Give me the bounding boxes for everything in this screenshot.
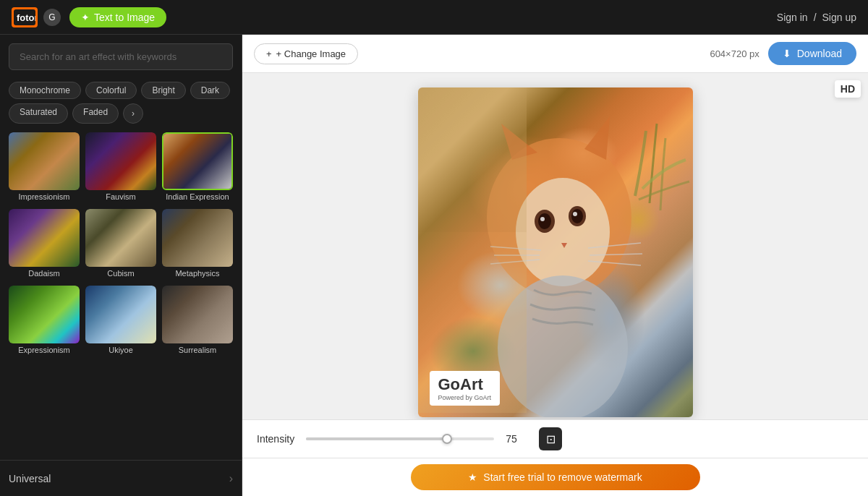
tag-more-button[interactable]: › — [123, 103, 143, 124]
svg-text:fotor: fotor — [17, 12, 35, 23]
tag-colorful[interactable]: Colorful — [85, 82, 137, 99]
effect-item-fauvism[interactable]: Fauvism — [85, 132, 156, 203]
watermark-sub: Powered by GoArt — [438, 394, 492, 401]
svg-point-9 — [538, 213, 551, 229]
effect-thumb-inner-surrealism — [162, 286, 233, 343]
effect-thumb-fauvism — [85, 132, 156, 190]
header: fotor G ✦ Text to Image Sign in / Sign u… — [0, 0, 868, 35]
effects-grid: ImpressionismFauvismIndian ExpressionDad… — [0, 129, 242, 460]
effect-label-ukiyoe: Ukiyoe — [85, 343, 156, 356]
universal-label: Universal — [9, 473, 229, 484]
svg-point-13 — [573, 212, 577, 216]
effect-label-indian-expression: Indian Expression — [162, 190, 233, 203]
tag-saturated[interactable]: Saturated — [9, 103, 68, 124]
change-image-label: + Change Image — [276, 48, 346, 59]
main-layout: Monochrome Colorful Bright Dark Saturate… — [0, 35, 868, 496]
effect-thumb-impressionism — [9, 132, 80, 190]
text-to-image-button[interactable]: ✦ Text to Image — [69, 7, 166, 27]
tag-dark[interactable]: Dark — [190, 82, 230, 99]
effect-thumb-dadaism — [9, 209, 80, 267]
universal-arrow-icon: › — [229, 472, 233, 485]
effect-thumb-expressionism — [9, 286, 80, 343]
image-area: GoArt Powered by GoArt HD — [242, 73, 868, 419]
effect-thumb-surrealism — [162, 286, 233, 343]
watermark: GoArt Powered by GoArt — [430, 371, 501, 406]
download-icon: ⬇ — [783, 48, 791, 59]
right-panel: + + Change Image 604×720 px ⬇ Download — [242, 35, 868, 496]
sign-up-link[interactable]: Sign up — [822, 12, 856, 23]
filter-tags: Monochrome Colorful Bright Dark Saturate… — [0, 79, 242, 129]
slider-fill — [306, 437, 447, 440]
effect-label-impressionism: Impressionism — [9, 190, 80, 203]
effect-item-expressionism[interactable]: Expressionism — [9, 286, 80, 356]
logo-container: fotor G — [12, 7, 61, 27]
tag-faded[interactable]: Faded — [72, 103, 119, 124]
effect-thumb-inner-impressionism — [9, 132, 80, 190]
edited-image: GoArt Powered by GoArt — [418, 87, 693, 417]
watermark-cta: ★ Start free trial to remove watermark — [242, 458, 868, 496]
search-container — [0, 35, 242, 79]
compare-button[interactable]: ⊡ — [539, 427, 562, 450]
effect-item-indian-expression[interactable]: Indian Expression — [162, 132, 233, 203]
svg-rect-21 — [418, 87, 527, 232]
effect-thumb-inner-metaphysics — [162, 209, 233, 267]
svg-point-10 — [540, 217, 545, 221]
cta-label: Start free trial to remove watermark — [483, 471, 642, 483]
effect-label-cubism: Cubism — [85, 267, 156, 280]
effect-thumb-inner-indian-expression — [163, 134, 231, 189]
remove-watermark-button[interactable]: ★ Start free trial to remove watermark — [411, 464, 700, 490]
change-image-button[interactable]: + + Change Image — [254, 43, 358, 64]
effect-label-surrealism: Surrealism — [162, 343, 233, 356]
compare-icon: ⊡ — [546, 432, 556, 446]
intensity-slider[interactable] — [306, 437, 494, 440]
effect-thumb-ukiyoe — [85, 286, 156, 343]
effect-thumb-indian-expression — [162, 132, 233, 190]
effect-item-ukiyoe[interactable]: Ukiyoe — [85, 286, 156, 356]
tag-bright[interactable]: Bright — [141, 82, 185, 99]
effect-label-metaphysics: Metaphysics — [162, 267, 233, 280]
effect-item-metaphysics[interactable]: Metaphysics — [162, 209, 233, 280]
effect-thumb-metaphysics — [162, 209, 233, 267]
fotor-logo-icon: fotor — [12, 7, 38, 27]
effect-label-expressionism: Expressionism — [9, 343, 80, 356]
intensity-value: 75 — [506, 433, 527, 445]
magic-icon: ✦ — [81, 12, 90, 23]
effect-thumb-inner-expressionism — [9, 286, 80, 343]
g-badge: G — [43, 9, 61, 26]
effect-item-cubism[interactable]: Cubism — [85, 209, 156, 280]
effect-item-surrealism[interactable]: Surrealism — [162, 286, 233, 356]
effect-item-impressionism[interactable]: Impressionism — [9, 132, 80, 203]
universal-row[interactable]: Universal › — [0, 460, 242, 496]
plus-icon: + — [266, 48, 272, 59]
effect-thumb-inner-ukiyoe — [85, 286, 156, 343]
tag-monochrome[interactable]: Monochrome — [9, 82, 81, 99]
effect-label-dadaism: Dadaism — [9, 267, 80, 280]
effect-thumb-inner-fauvism — [85, 132, 156, 190]
sign-in-link[interactable]: Sign in — [777, 12, 808, 23]
intensity-label: Intensity — [257, 433, 294, 445]
left-panel: Monochrome Colorful Bright Dark Saturate… — [0, 35, 242, 496]
toolbar-right: 604×720 px ⬇ Download — [710, 42, 856, 65]
hd-badge[interactable]: HD — [835, 80, 861, 98]
effect-thumb-cubism — [85, 209, 156, 267]
download-button[interactable]: ⬇ Download — [768, 42, 856, 65]
watermark-text: GoArt — [438, 375, 492, 394]
effect-thumb-inner-cubism — [85, 209, 156, 267]
auth-separator: / — [814, 12, 817, 23]
svg-point-4 — [516, 178, 610, 286]
search-input[interactable] — [9, 43, 233, 70]
cat-image-bg — [418, 87, 693, 417]
right-toolbar: + + Change Image 604×720 px ⬇ Download — [242, 35, 868, 73]
effect-label-fauvism: Fauvism — [85, 190, 156, 203]
slider-thumb[interactable] — [442, 434, 452, 444]
image-size-label: 604×720 px — [710, 48, 759, 59]
cta-icon: ★ — [468, 471, 477, 483]
header-auth: Sign in / Sign up — [777, 12, 856, 23]
effect-thumb-inner-dadaism — [9, 209, 80, 267]
cat-svg — [418, 87, 693, 417]
svg-point-12 — [571, 209, 583, 223]
bottom-controls: Intensity 75 ⊡ — [242, 419, 868, 458]
effect-item-dadaism[interactable]: Dadaism — [9, 209, 80, 280]
